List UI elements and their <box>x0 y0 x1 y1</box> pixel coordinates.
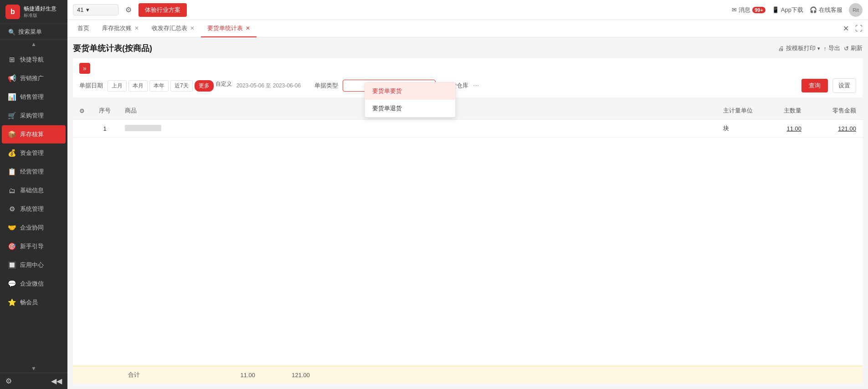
sidebar: b 畅捷通好生意 标准版 🔍 搜索菜单 ▲ ⊞ 快捷导航 📢 营销推广 📊 销售… <box>0 0 67 389</box>
row-settings <box>73 120 91 138</box>
topbar-right: ✉ 消息 99+ 📱 App下载 🎧 在线客服 Rit <box>732 3 863 17</box>
search-icon: 🔍 <box>8 29 15 36</box>
basics-icon: 🗂 <box>7 186 16 195</box>
filter-expand-btn[interactable]: » <box>79 63 90 74</box>
tab-home[interactable]: 首页 <box>71 20 96 37</box>
system-icon: ⚙ <box>7 205 16 214</box>
sidebar-item-enterprise[interactable]: 🤝 企业协同 <box>2 219 66 237</box>
this-year-btn[interactable]: 本年 <box>149 80 169 92</box>
sidebar-item-sales[interactable]: 📊 销售管理 <box>2 88 66 106</box>
sidebar-logo: b 畅捷通好生意 标准版 <box>0 0 67 24</box>
guide-icon: 🎯 <box>7 242 16 251</box>
message-icon: ✉ <box>732 6 737 13</box>
table-header-row: ⚙ 序号 商品 主计量单位 主数量 零售金额 <box>73 102 863 120</box>
online-service-btn[interactable]: 🎧 在线客服 <box>810 6 842 14</box>
topbar-left: 41 ▾ ⚙ 体验行业方案 <box>73 3 187 17</box>
footer-qty: 11.00 <box>216 372 262 379</box>
settings-icon[interactable]: ⚙ <box>5 377 12 385</box>
headset-icon: 🎧 <box>810 6 817 13</box>
tab-expand-btn[interactable]: ⛶ <box>853 23 864 35</box>
sidebar-item-purchase[interactable]: 🛒 采购管理 <box>2 107 66 125</box>
sales-icon: 📊 <box>7 92 16 102</box>
date-range-display: 2023-05-06 至 2023-06-06 <box>236 82 301 90</box>
date-filter-label: 单据日期 <box>79 82 103 90</box>
user-avatar[interactable]: Rit <box>849 3 863 17</box>
tab-inventory-batch[interactable]: 库存批次账 ✕ <box>96 20 145 37</box>
sidebar-search[interactable]: 🔍 搜索菜单 <box>0 24 67 40</box>
tab-close-order-stats[interactable]: ✕ <box>246 25 250 31</box>
sidebar-item-finance[interactable]: 💰 资金管理 <box>2 144 66 162</box>
filter-row-1: 单据日期 上月 本月 本年 近7天 更多 自定义 2023-05-06 至 20… <box>79 78 856 93</box>
tab-close-all-btn[interactable]: ✕ <box>841 22 851 35</box>
logo-text: 畅捷通好生意 标准版 <box>24 5 56 19</box>
app-download-btn[interactable]: 📱 App下载 <box>772 6 803 14</box>
dropdown-item-order-goods[interactable]: 要货单要货 <box>365 82 455 100</box>
tab-order-stats[interactable]: 要货单统计表 ✕ <box>201 20 257 37</box>
col-qty: 主数量 <box>762 102 808 120</box>
collapse-btn[interactable]: ◀◀ <box>51 377 62 385</box>
page-actions: 🖨 按模板打印 ▾ ↑ 导出 ↺ 刷新 <box>778 44 863 52</box>
table-footer: 合计 11.00 121.00 <box>73 366 863 384</box>
export-icon: ↑ <box>824 45 827 52</box>
data-table: ⚙ 序号 商品 主计量单位 主数量 零售金额 1 <box>73 102 863 138</box>
type-dropdown: 要货单要货 要货单退货 <box>365 82 456 118</box>
sidebar-item-marketing[interactable]: 📢 营销推广 <box>2 69 66 87</box>
tab-close-inventory-batch[interactable]: ✕ <box>134 25 139 31</box>
date-buttons: 上月 本月 本年 近7天 更多 自定义 <box>108 80 232 92</box>
filter-settings-btn[interactable]: 设置 <box>832 78 856 93</box>
page-header: 要货单统计表(按商品) 🖨 按模板打印 ▾ ↑ 导出 ↺ 刷新 <box>73 43 863 54</box>
sidebar-item-quick-nav[interactable]: ⊞ 快捷导航 <box>2 51 66 69</box>
row-num: 1 <box>91 120 118 138</box>
print-chevron-icon: ▾ <box>817 46 820 51</box>
more-btn[interactable]: 更多 <box>195 80 214 92</box>
main: 41 ▾ ⚙ 体验行业方案 ✉ 消息 99+ 📱 App下载 🎧 在线客服 Ri… <box>67 0 868 389</box>
content-area: 要货单统计表(按商品) 🖨 按模板打印 ▾ ↑ 导出 ↺ 刷新 » <box>67 37 868 389</box>
sidebar-item-member[interactable]: ⭐ 畅会员 <box>2 293 66 312</box>
trial-btn[interactable]: 体验行业方案 <box>139 3 187 17</box>
tab-close-receive-summary[interactable]: ✕ <box>190 25 195 31</box>
warehouse-filter-dots[interactable]: ··· <box>473 82 479 90</box>
sidebar-item-guide[interactable]: 🎯 新手引导 <box>2 237 66 256</box>
page-title: 要货单统计表(按商品) <box>73 43 152 54</box>
type-filter-label: 单据类型 <box>314 82 338 90</box>
query-btn[interactable]: 查询 <box>801 79 828 92</box>
phone-icon: 📱 <box>772 6 779 13</box>
sidebar-scroll-down[interactable]: ▼ <box>0 364 67 373</box>
custom-date-btn[interactable]: 自定义 <box>216 80 232 92</box>
sidebar-item-wechat[interactable]: 💬 企业微信 <box>2 275 66 293</box>
topbar: 41 ▾ ⚙ 体验行业方案 ✉ 消息 99+ 📱 App下载 🎧 在线客服 Ri… <box>67 0 868 20</box>
marketing-icon: 📢 <box>7 74 16 83</box>
tabbar-right: ✕ ⛶ <box>841 22 868 35</box>
purchase-icon: 🛒 <box>7 111 16 120</box>
dropdown-item-order-return[interactable]: 要货单退货 <box>365 100 455 117</box>
row-product <box>118 120 717 138</box>
wechat-icon: 💬 <box>7 279 16 288</box>
sidebar-item-operations[interactable]: 📋 经营管理 <box>2 163 66 181</box>
sidebar-scroll-up[interactable]: ▲ <box>0 40 67 48</box>
this-month-btn[interactable]: 本月 <box>128 80 148 92</box>
export-btn[interactable]: ↑ 导出 <box>824 44 841 52</box>
row-qty: 11.00 <box>762 120 808 138</box>
tab-receive-summary[interactable]: 收发存汇总表 ✕ <box>145 20 201 37</box>
topbar-settings-btn[interactable]: ⚙ <box>122 4 135 16</box>
sidebar-item-basics[interactable]: 🗂 基础信息 <box>2 181 66 200</box>
col-settings[interactable]: ⚙ <box>73 102 91 120</box>
table-container: ⚙ 序号 商品 主计量单位 主数量 零售金额 1 <box>73 102 863 384</box>
operations-icon: 📋 <box>7 167 16 176</box>
last-7-days-btn[interactable]: 近7天 <box>170 80 193 92</box>
sidebar-item-inventory[interactable]: 📦 库存核算 <box>2 125 66 143</box>
sidebar-nav: ⊞ 快捷导航 📢 营销推广 📊 销售管理 🛒 采购管理 📦 库存核算 💰 资金管… <box>0 48 67 364</box>
print-icon: 🖨 <box>778 45 784 52</box>
refresh-btn[interactable]: ↺ 刷新 <box>844 44 863 52</box>
last-month-btn[interactable]: 上月 <box>108 80 127 92</box>
row-unit: 块 <box>717 120 762 138</box>
print-btn[interactable]: 🖨 按模板打印 ▾ <box>778 44 820 52</box>
store-selector[interactable]: 41 ▾ <box>73 4 118 15</box>
logo-icon: b <box>5 5 20 19</box>
footer-amount: 121.00 <box>262 372 316 379</box>
messages-btn[interactable]: ✉ 消息 99+ <box>732 6 765 14</box>
tabbar: 首页 库存批次账 ✕ 收发存汇总表 ✕ 要货单统计表 ✕ ✕ ⛶ <box>67 20 868 37</box>
sidebar-item-apps[interactable]: 🔲 应用中心 <box>2 256 66 274</box>
sidebar-item-system[interactable]: ⚙ 系统管理 <box>2 200 66 218</box>
refresh-icon: ↺ <box>844 45 849 52</box>
